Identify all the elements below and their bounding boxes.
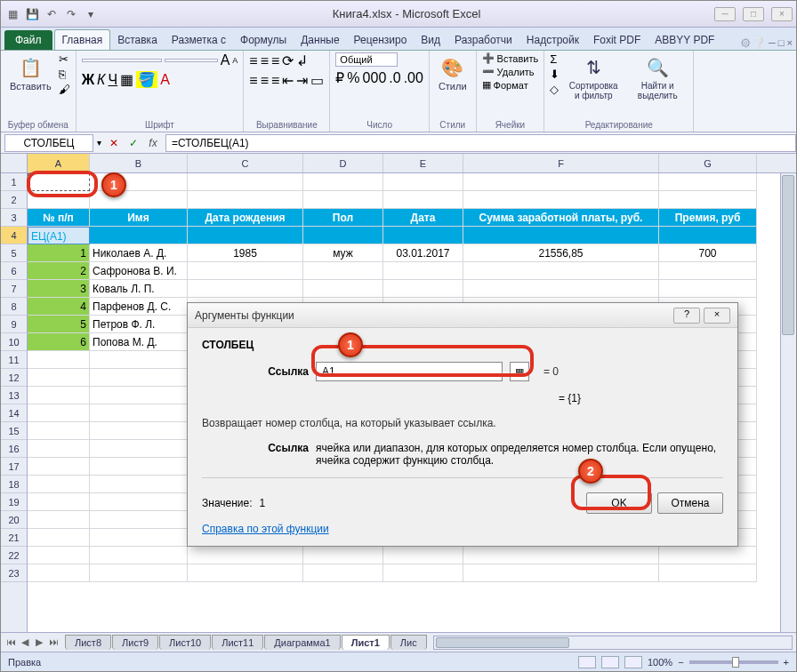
cell[interactable] xyxy=(383,227,463,244)
name-box[interactable]: СТОЛБЕЦ xyxy=(4,134,93,152)
cell[interactable] xyxy=(28,422,90,440)
hscroll-thumb[interactable] xyxy=(436,637,569,648)
cell[interactable] xyxy=(90,493,188,511)
cell[interactable] xyxy=(90,404,188,422)
orientation-icon[interactable]: ⟳ xyxy=(282,52,294,69)
first-sheet-icon[interactable]: ⏮ xyxy=(4,636,17,648)
tab-page-layout[interactable]: Разметка с xyxy=(165,30,233,50)
row-header-17[interactable]: 17 xyxy=(1,458,27,476)
cell[interactable] xyxy=(383,262,463,280)
range-picker-icon[interactable]: ▦ xyxy=(510,362,529,381)
undo-icon[interactable]: ↶ xyxy=(44,6,60,22)
cell[interactable] xyxy=(303,547,383,564)
cell[interactable] xyxy=(303,280,383,298)
cell[interactable] xyxy=(303,191,383,209)
cell[interactable] xyxy=(463,173,659,191)
cell[interactable]: Николаев А. Д. xyxy=(90,244,188,262)
sheet-tab-active[interactable]: Лист1 xyxy=(342,635,390,650)
align-center-icon[interactable]: ≡ xyxy=(261,73,269,89)
cell-a1[interactable] xyxy=(28,173,90,191)
cell[interactable]: 5 xyxy=(28,316,90,333)
increase-font-icon[interactable]: A xyxy=(221,52,230,68)
ok-button[interactable]: OK xyxy=(586,492,652,514)
row-header-15[interactable]: 15 xyxy=(1,422,27,440)
close-button[interactable]: × xyxy=(771,7,793,21)
cell[interactable] xyxy=(463,564,659,582)
header-cell[interactable]: Премия, руб xyxy=(659,209,757,227)
cell[interactable] xyxy=(90,529,188,547)
fill-color-icon[interactable]: 🪣 xyxy=(136,71,157,88)
normal-view-button[interactable] xyxy=(578,656,596,668)
row-header-2[interactable]: 2 xyxy=(1,191,27,209)
number-format-select[interactable]: Общий xyxy=(335,52,398,67)
decrease-decimal-icon[interactable]: .00 xyxy=(404,70,423,86)
row-header-1[interactable]: 1 xyxy=(1,173,27,191)
row-header-22[interactable]: 22 xyxy=(1,547,27,564)
cell[interactable]: 1 xyxy=(28,244,90,262)
dialog-titlebar[interactable]: Аргументы функции ? × xyxy=(188,303,737,328)
increase-decimal-icon[interactable]: .0 xyxy=(389,70,400,86)
vscroll-thumb[interactable] xyxy=(782,175,794,335)
cell[interactable] xyxy=(463,280,659,298)
sheet-tab[interactable]: Лист9 xyxy=(112,635,158,650)
cell[interactable] xyxy=(659,547,757,564)
save-icon[interactable]: 💾 xyxy=(24,6,40,22)
cell[interactable] xyxy=(303,173,383,191)
page-break-view-button[interactable] xyxy=(624,656,642,668)
row-header-6[interactable]: 6 xyxy=(1,262,27,280)
row-header-4[interactable]: 4 xyxy=(1,227,27,244)
row-header-9[interactable]: 9 xyxy=(1,316,27,333)
cell[interactable] xyxy=(28,404,90,422)
cell[interactable] xyxy=(28,369,90,387)
namebox-dropdown-icon[interactable]: ▾ xyxy=(97,138,101,148)
cell[interactable] xyxy=(303,227,383,244)
align-middle-icon[interactable]: ≡ xyxy=(261,53,269,69)
cell[interactable] xyxy=(463,262,659,280)
tab-formulas[interactable]: Формулы xyxy=(233,30,294,50)
cell[interactable] xyxy=(303,262,383,280)
row-header-3[interactable]: 3 xyxy=(1,209,27,227)
cell[interactable] xyxy=(90,458,188,476)
italic-button[interactable]: К xyxy=(97,72,105,88)
font-family-select[interactable] xyxy=(82,59,162,62)
vertical-scrollbar[interactable] xyxy=(780,173,796,632)
format-cells-button[interactable]: ▦Формат xyxy=(482,79,528,91)
cell[interactable] xyxy=(28,493,90,511)
cell[interactable] xyxy=(659,227,757,244)
cell[interactable]: Сафронова В. И. xyxy=(90,262,188,280)
sheet-tab[interactable]: Лист11 xyxy=(212,635,263,650)
bold-button[interactable]: Ж xyxy=(82,72,94,88)
sheet-tab[interactable]: Лис xyxy=(390,635,427,650)
col-header-d[interactable]: D xyxy=(303,154,383,172)
qat-dropdown-icon[interactable]: ▾ xyxy=(83,6,99,22)
cell[interactable] xyxy=(188,191,303,209)
col-header-f[interactable]: F xyxy=(463,154,659,172)
zoom-slider[interactable] xyxy=(689,660,778,664)
merge-icon[interactable]: ▭ xyxy=(310,72,324,89)
format-painter-icon[interactable]: 🖌 xyxy=(59,83,70,96)
currency-icon[interactable]: ₽ xyxy=(335,69,344,86)
row-header-12[interactable]: 12 xyxy=(1,369,27,387)
cell[interactable]: 6 xyxy=(28,333,90,351)
cell[interactable] xyxy=(90,511,188,529)
zoom-thumb[interactable] xyxy=(732,657,739,668)
font-color-icon[interactable]: A xyxy=(160,72,170,88)
minimize-button[interactable]: ─ xyxy=(714,7,736,21)
header-cell[interactable]: Дата xyxy=(383,209,463,227)
file-tab[interactable]: Файл xyxy=(4,30,52,50)
cell[interactable] xyxy=(90,547,188,564)
align-right-icon[interactable]: ≡ xyxy=(271,73,279,89)
active-cell[interactable]: ЕЦ(A1) xyxy=(28,227,90,244)
header-cell[interactable]: Имя xyxy=(90,209,188,227)
wrap-text-icon[interactable]: ↲ xyxy=(296,52,308,69)
col-header-g[interactable]: G xyxy=(659,154,757,172)
cell[interactable] xyxy=(28,547,90,564)
page-layout-view-button[interactable] xyxy=(601,656,619,668)
cell[interactable] xyxy=(188,262,303,280)
cell[interactable] xyxy=(90,476,188,493)
cell[interactable] xyxy=(188,564,303,582)
percent-icon[interactable]: % xyxy=(347,70,359,86)
tab-addins[interactable]: Надстройк xyxy=(519,30,586,50)
header-cell[interactable]: Дата рождения xyxy=(188,209,303,227)
align-left-icon[interactable]: ≡ xyxy=(249,73,257,89)
